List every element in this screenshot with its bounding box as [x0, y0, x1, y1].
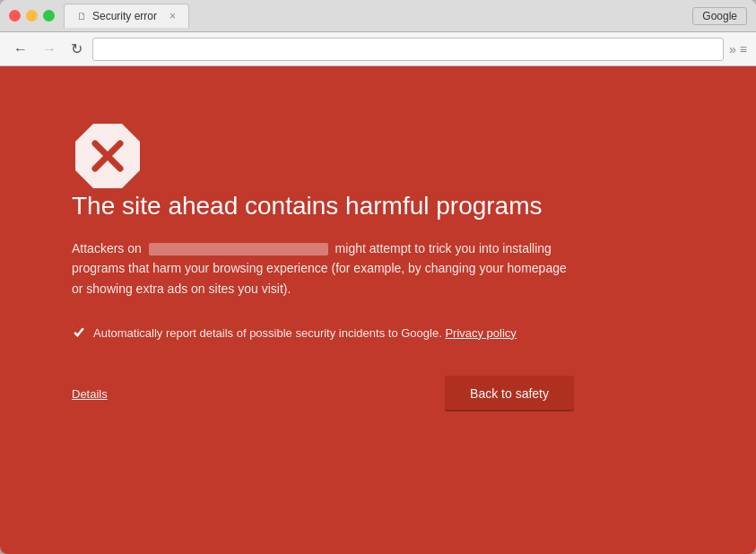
window-controls [9, 10, 55, 22]
tab-close-button[interactable]: × [169, 10, 176, 22]
error-description: Attackers on might attempt to trick you … [72, 238, 574, 299]
action-row: Details Back to safety [72, 376, 574, 411]
privacy-policy-link[interactable]: Privacy policy [445, 326, 516, 340]
back-to-safety-button[interactable]: Back to safety [445, 376, 574, 411]
refresh-button[interactable]: ↻ [66, 39, 87, 59]
title-bar: 🗋 Security error × Google [0, 0, 756, 32]
error-title: The site ahead contains harmful programs [72, 192, 574, 221]
nav-extras: » ≡ [729, 42, 747, 56]
nav-extra-chevron[interactable]: » [729, 42, 736, 56]
back-button[interactable]: ← [9, 39, 32, 59]
browser-window: 🗋 Security error × Google ← → ↻ » ≡ [0, 0, 756, 554]
error-page: The site ahead contains harmful programs… [0, 66, 756, 554]
error-icon [72, 120, 143, 192]
google-button[interactable]: Google [692, 7, 747, 25]
tab-title: Security error [92, 10, 157, 22]
maximize-window-button[interactable] [43, 10, 55, 22]
nav-bar: ← → ↻ » ≡ [0, 32, 756, 66]
details-button[interactable]: Details [72, 387, 108, 401]
address-bar[interactable] [92, 38, 724, 61]
report-checkbox[interactable] [72, 325, 86, 340]
tab-area: 🗋 Security error × [64, 4, 692, 28]
error-container: The site ahead contains harmful programs… [0, 66, 646, 465]
minimize-window-button[interactable] [26, 10, 38, 22]
nav-menu-button[interactable]: ≡ [740, 42, 747, 56]
tab-icon: 🗋 [77, 11, 87, 22]
checkbox-label: Automatically report details of possible… [93, 326, 517, 340]
close-window-button[interactable] [9, 10, 21, 22]
description-before: Attackers on [72, 241, 142, 255]
redacted-url [149, 243, 328, 255]
forward-button[interactable]: → [38, 39, 61, 59]
report-checkbox-row: Automatically report details of possible… [72, 325, 574, 340]
browser-tab[interactable]: 🗋 Security error × [64, 4, 189, 28]
